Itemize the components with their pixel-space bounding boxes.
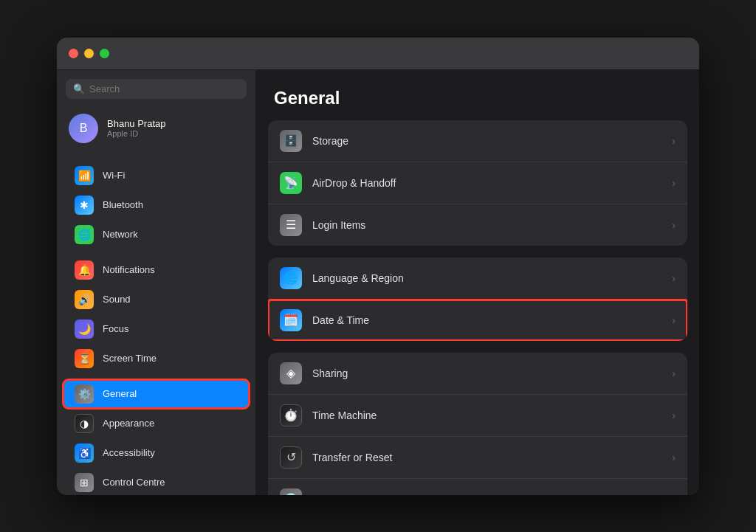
sidebar-item-label: General [103,388,137,399]
settings-group-2: 🌐 Language & Region › 🗓️ Date & Time › [268,258,687,341]
airdrop-row[interactable]: 📡 AirDrop & Handoff › [268,162,687,204]
chevron-icon: › [672,177,676,189]
timemachine-row[interactable]: ⏱️ Time Machine › [268,395,687,437]
network-icon: 🌐 [75,225,94,244]
sidebar-item-accessibility[interactable]: ♿ Accessibility [63,438,250,468]
sidebar-item-sound[interactable]: 🔊 Sound [63,285,250,314]
chevron-icon: › [672,410,676,421]
settings-group-1: 🗄️ Storage › 📡 AirDrop & Handoff › ☰ Log… [268,120,687,246]
title-bar [57,38,699,70]
sidebar-item-label: Accessibility [103,447,155,458]
accessibility-icon: ♿ [75,443,94,463]
sidebar-item-focus[interactable]: 🌙 Focus [63,314,250,344]
chevron-icon: › [672,314,676,326]
user-subtitle: Apple ID [107,129,166,138]
user-profile[interactable]: B Bhanu Pratap Apple ID [57,108,255,149]
transfer-label: Transfer or Reset [312,452,662,463]
storage-row[interactable]: 🗄️ Storage › [268,120,687,162]
language-label: Language & Region [312,272,662,284]
sidebar-item-label: Bluetooth [103,199,143,210]
transfer-icon: ↺ [280,446,302,469]
chevron-icon: › [672,452,676,463]
sidebar-item-label: Focus [103,323,128,334]
wifi-icon: 📶 [75,166,94,185]
sidebar-item-controlcentre[interactable]: ⊞ Control Centre [63,468,250,495]
screentime-icon: ⏳ [75,349,94,368]
sidebar-item-label: Notifications [103,264,155,275]
system-preferences-window: 🔍 B Bhanu Pratap Apple ID 📶 Wi-Fi [57,38,699,495]
appearance-icon: ◑ [75,414,94,433]
general-icon: ⚙️ [75,384,94,404]
sharing-label: Sharing [312,367,662,379]
airdrop-label: AirDrop & Handoff [312,177,662,189]
datetime-row[interactable]: 🗓️ Date & Time › [268,300,687,341]
search-icon: 🔍 [73,83,85,94]
sidebar-item-label: Wi-Fi [103,170,125,181]
loginitems-icon: ☰ [280,214,302,236]
startup-row[interactable]: 💿 Startup Disk › [268,479,687,495]
bluetooth-icon: ✱ [75,196,94,215]
sidebar-item-screentime[interactable]: ⏳ Screen Time [63,344,250,373]
search-bar[interactable]: 🔍 [66,79,247,99]
sharing-icon: ◈ [280,362,302,384]
settings-group-3: ◈ Sharing › ⏱️ Time Machine › ↺ Transfer… [268,353,687,495]
main-content: General 🗄️ Storage › 📡 AirDrop & Handoff… [256,70,699,495]
focus-icon: 🌙 [75,319,94,339]
controlcentre-icon: ⊞ [75,473,94,492]
maximize-button[interactable] [100,49,109,58]
chevron-icon: › [672,367,676,379]
sidebar-item-label: Appearance [103,418,154,429]
startup-icon: 💿 [280,488,302,495]
language-icon: 🌐 [280,267,302,289]
close-button[interactable] [69,49,78,58]
sidebar-item-notifications[interactable]: 🔔 Notifications [63,255,250,285]
timemachine-icon: ⏱️ [280,404,302,426]
chevron-icon: › [672,135,676,147]
sidebar-item-wifi[interactable]: 📶 Wi-Fi [63,161,250,190]
timemachine-label: Time Machine [312,410,662,421]
user-info: Bhanu Pratap Apple ID [107,118,166,138]
page-title: General [274,88,681,108]
startup-label: Startup Disk [312,494,662,495]
main-header: General [256,70,699,120]
sound-icon: 🔊 [75,290,94,309]
datetime-icon: 🗓️ [280,309,302,331]
loginitems-row[interactable]: ☰ Login Items › [268,204,687,246]
sidebar-item-network[interactable]: 🌐 Network [63,220,250,249]
sidebar-item-bluetooth[interactable]: ✱ Bluetooth [63,190,250,220]
search-input[interactable] [89,83,239,94]
chevron-icon: › [672,494,676,495]
sharing-row[interactable]: ◈ Sharing › [268,353,687,395]
sidebar-item-label: Network [103,229,138,240]
user-name: Bhanu Pratap [107,118,166,129]
avatar: B [69,114,98,143]
sidebar-item-appearance[interactable]: ◑ Appearance [63,409,250,438]
storage-label: Storage [312,135,662,147]
chevron-icon: › [672,219,676,231]
airdrop-icon: 📡 [280,172,302,194]
language-row[interactable]: 🌐 Language & Region › [268,258,687,300]
minimize-button[interactable] [84,49,94,58]
avatar-initial: B [80,122,88,135]
sidebar-item-label: Sound [103,294,131,305]
chevron-icon: › [672,272,676,284]
notifications-icon: 🔔 [75,260,94,280]
datetime-label: Date & Time [312,314,662,326]
sidebar: 🔍 B Bhanu Pratap Apple ID 📶 Wi-Fi [57,70,256,495]
content-area: 🔍 B Bhanu Pratap Apple ID 📶 Wi-Fi [57,70,699,495]
sidebar-item-general[interactable]: ⚙️ General [63,379,250,409]
loginitems-label: Login Items [312,219,662,231]
storage-icon: 🗄️ [280,130,302,152]
sidebar-item-label: Control Centre [103,477,165,488]
transfer-row[interactable]: ↺ Transfer or Reset › [268,437,687,479]
sidebar-item-label: Screen Time [103,353,157,364]
